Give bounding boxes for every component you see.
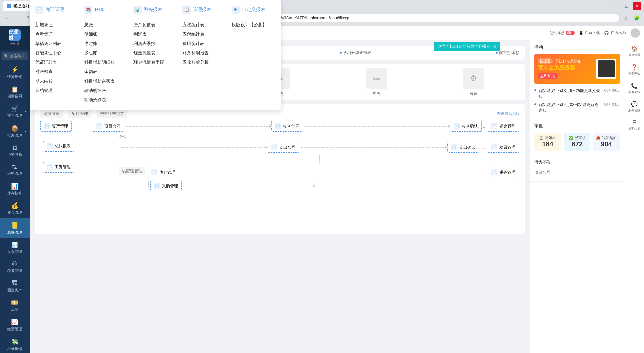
icon-placeholder-4: Icon xyxy=(366,68,387,89)
menu-item-subject-balance[interactable]: 科目辅助余额表 xyxy=(84,77,128,86)
app-download-button[interactable]: 📱 App下载 xyxy=(579,30,600,36)
menu-item-smart-voucher[interactable]: 智能凭证中心 xyxy=(35,48,79,58)
menu-item-cashflow-quarterly[interactable]: 现金流量表季报 xyxy=(133,58,177,67)
menu-item-aux-detail[interactable]: 辅助明细账 xyxy=(84,86,128,95)
ledger-box-icon: 📄 xyxy=(47,143,53,149)
menu-item-profit[interactable]: 利润表 xyxy=(133,30,177,39)
menu-item-balance-sheet[interactable]: 资产负债表 xyxy=(133,20,177,30)
notification-button[interactable]: 💬 消息 99+ xyxy=(550,30,575,36)
menu-item-period-close[interactable]: 期末结转 xyxy=(35,77,79,86)
qnav-home-settings[interactable]: 🏠 首页设置 xyxy=(627,43,642,60)
approve-title: 审批 xyxy=(534,123,620,129)
bookmark-button[interactable]: ☆ xyxy=(621,13,631,23)
flow-box-invoice-mgmt[interactable]: 📄 发票管理 xyxy=(488,142,519,153)
menu-item-add-voucher[interactable]: 新增凭证 xyxy=(35,20,79,30)
sidebar-item-funds[interactable]: 💰资金管理 xyxy=(0,199,30,218)
online-service-button[interactable]: 🎧 在线客服 xyxy=(604,30,627,36)
custom-tip-close-button[interactable]: ✕ xyxy=(493,44,496,49)
menu-item-reconcile[interactable]: 对账检查 xyxy=(35,67,79,77)
menu-item-profit-quarterly[interactable]: 利润表季报 xyxy=(133,39,177,48)
menu-item-cost-stats[interactable]: 费用统计表 xyxy=(182,39,226,48)
approve-card-pending[interactable]: ⏳ 待审核 184 xyxy=(534,133,561,151)
sidebar-item-project[interactable]: 📋项目合同 xyxy=(0,82,30,102)
qnav-community[interactable]: 💬 服务社区 xyxy=(627,98,642,115)
step-8-dot xyxy=(496,52,498,54)
sidebar-item-general-ledger[interactable]: 📒总账管理 xyxy=(0,218,30,238)
minimize-button[interactable]: ─ xyxy=(612,2,620,10)
cart-icon: 🛒 xyxy=(11,105,18,112)
sidebar-item-retail[interactable]: 🛒零售管理▼ xyxy=(0,102,30,121)
sidebar-item-operations[interactable]: 📈经营管理 xyxy=(0,315,30,335)
qnav-desktop[interactable]: 🖥 桌面快捷 xyxy=(627,117,642,134)
income-contract-box-icon: 📄 xyxy=(275,123,281,129)
sidebar-item-purchase[interactable]: 🛍采购管理 xyxy=(0,160,30,179)
goto-flow-button[interactable]: 去设置流程 › xyxy=(497,111,519,117)
menu-item-multi-column[interactable]: 多栏账 xyxy=(84,48,128,58)
flow-box-income-confirm[interactable]: 📄 收入确认 xyxy=(450,121,482,132)
menu-item-profit-report[interactable]: 财务利润报告 xyxy=(182,48,226,58)
approve-card-initiated[interactable]: 📤 我发起的 904 xyxy=(593,133,620,151)
menu-item-archive[interactable]: 归档管理 xyxy=(35,86,79,95)
menu-item-view-voucher[interactable]: 查看凭证 xyxy=(35,30,79,39)
approve-card-done[interactable]: ✅ 已审核 872 xyxy=(564,133,591,151)
menu-item-cashflow[interactable]: 现金流量表 xyxy=(133,48,177,58)
extensions-button[interactable]: 🧩 xyxy=(632,13,641,23)
sidebar-item-fixed-assets[interactable]: 🏗固定资产 xyxy=(0,276,30,296)
menu-item-subject-detail[interactable]: 科目辅助明细账 xyxy=(84,58,128,67)
qnav-service[interactable]: 📞 客服热线 xyxy=(627,80,642,97)
salary-icon: 💴 xyxy=(11,299,18,306)
flow-box-tax-mgmt[interactable]: 📄 税务管理 xyxy=(488,167,519,178)
expense-contract-box-icon: 📄 xyxy=(271,144,277,150)
menu-item-draft-voucher[interactable]: 草稿凭证列表 xyxy=(35,39,79,48)
maximize-button[interactable]: □ xyxy=(623,2,631,10)
menu-item-ar-analysis[interactable]: 应收账款分析 xyxy=(182,58,226,67)
sidebar-item-invoice[interactable]: 🧾发票管理 xyxy=(0,238,30,257)
pending-icon: ⏳ xyxy=(539,136,544,140)
sidebar-item-wholesale[interactable]: 📦批发管理▼ xyxy=(0,121,30,141)
flow-box-general-ledger[interactable]: 📄 总账报表 xyxy=(43,141,74,152)
forward-button[interactable]: → xyxy=(13,13,23,23)
menu-item-balance[interactable]: 余额表 xyxy=(84,67,128,77)
sidebar-item-expense[interactable]: 💸小畅报销 xyxy=(0,335,30,353)
flow-box-purchase[interactable]: 📄 采购管理 xyxy=(150,181,182,191)
menu-item-detail-account[interactable]: 明细账 xyxy=(84,30,128,39)
icon-cell-5[interactable]: ⚙ 设置 xyxy=(426,68,521,96)
flow-box-project-contract[interactable]: 📄 项目合同 xyxy=(93,121,124,132)
sidebar-item-ecommerce[interactable]: 🖥小畅电商 xyxy=(0,141,30,160)
user-avatar[interactable] xyxy=(631,28,640,38)
sidebar-item-quick-nav[interactable]: ⚡快捷导航 xyxy=(0,63,30,82)
close-button[interactable]: ✕ xyxy=(633,2,641,10)
sidebar-item-inventory[interactable]: 📊库存核算 xyxy=(0,179,30,199)
menu-item-ar-stats[interactable]: 应收统计表 xyxy=(182,20,226,30)
qnav-help[interactable]: ❓ 帮助中心 xyxy=(627,61,642,79)
menu-item-general-account[interactable]: 总账 xyxy=(84,20,128,30)
icon-cell-4[interactable]: Icon 暂无 xyxy=(329,68,424,96)
menu-item-aux-balance[interactable]: 辅助余额表 xyxy=(84,95,128,105)
purchase-row: ↓ 📄 采购管理 ▶ xyxy=(148,181,315,191)
sidebar-item-tax[interactable]: 🏛税务管理 xyxy=(0,257,30,276)
menu-item-ap-stats[interactable]: 应付统计表 xyxy=(182,30,226,39)
banner-cta-button[interactable]: 立即加入 xyxy=(538,73,558,79)
back-button[interactable]: ← xyxy=(3,13,12,23)
menu-item-template-design[interactable]: 模版设计【公测】 xyxy=(232,20,275,30)
flow-box-payroll[interactable]: 📄 工资管理 xyxy=(43,162,74,173)
activity-date-1: 03月06日 xyxy=(604,88,620,93)
flow-box-expense-contract[interactable]: 📄 支出合同 xyxy=(268,142,299,153)
flow-box-fund-mgmt[interactable]: 📄 资金管理 xyxy=(488,121,519,132)
ellipsis: ... xyxy=(483,124,486,129)
flow-box-warehouse[interactable]: 📄 库存管理 xyxy=(148,167,315,178)
flow-box-income-contract[interactable]: 📄 收入合同 xyxy=(271,121,303,132)
activity-date-2: 04月03日 xyxy=(604,102,620,107)
todo-title: 待办事项 xyxy=(534,159,620,165)
flow-box-expense-confirm[interactable]: 📄 支出确认 xyxy=(447,142,479,153)
invoice-box-icon: 📄 xyxy=(491,144,497,150)
initiated-count: 904 xyxy=(596,140,617,148)
sidebar-item-payroll[interactable]: 💴工资 xyxy=(0,296,30,315)
sidebar-search-button[interactable]: 🔍 搜索菜单 xyxy=(2,52,28,60)
menu-item-chronological[interactable]: 序时账 xyxy=(84,39,128,48)
todo-item-project[interactable]: 项目合同 xyxy=(534,168,620,177)
flow-box-assets[interactable]: 📄 资产管理 xyxy=(40,121,72,132)
flow-tag-finance: 财务管理 xyxy=(40,110,63,118)
initiated-label: 📤 我发起的 xyxy=(596,135,617,140)
menu-item-voucher-summary[interactable]: 凭证汇总表 xyxy=(35,58,79,67)
